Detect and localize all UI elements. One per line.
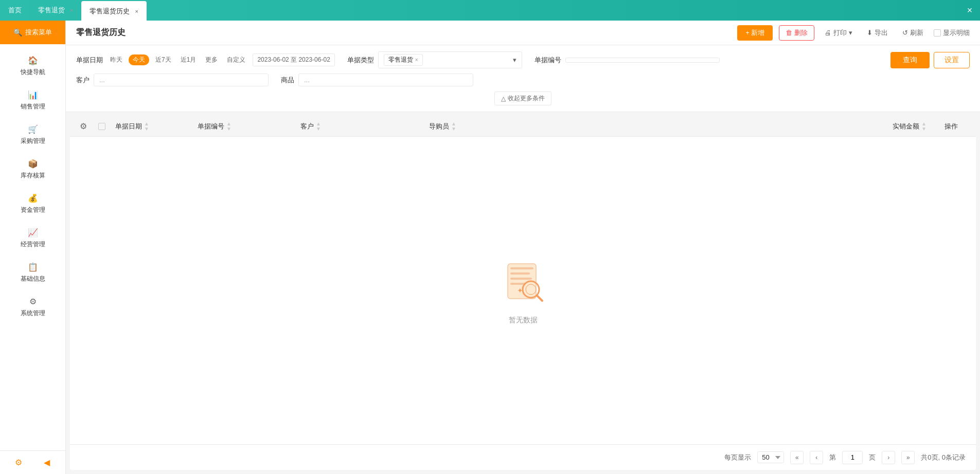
sidebar-item-quick-nav-label: 快捷导航 xyxy=(21,68,45,77)
pagination-summary: 共0页, 0条记录 xyxy=(921,453,966,462)
refresh-button[interactable]: ↺ 刷新 xyxy=(898,26,928,40)
filter-row-2: 客户 ... 商品 ... xyxy=(76,74,970,86)
system-mgmt-icon: ⚙ xyxy=(27,296,39,307)
col-guide[interactable]: 导购员 ▲▼ xyxy=(425,121,518,132)
query-button[interactable]: 查询 xyxy=(890,52,930,68)
quick-nav-icon: 🏠 xyxy=(27,54,39,66)
date-shortcut-yesterday[interactable]: 昨天 xyxy=(107,54,126,65)
tab-home[interactable]: 首页 xyxy=(0,0,30,21)
delete-button[interactable]: 🗑 删除 xyxy=(779,25,814,41)
export-button[interactable]: ⬇ 导出 xyxy=(863,26,892,40)
tab-retail-return-history[interactable]: 零售退货历史 × xyxy=(81,1,146,22)
voucher-type-select[interactable]: 零售退货 × ▾ xyxy=(378,51,522,68)
voucher-no-label: 单据编号 xyxy=(534,56,561,65)
voucher-type-label: 单据类型 xyxy=(347,56,374,65)
customer-placeholder: ... xyxy=(99,76,105,84)
col-no[interactable]: 单据编号 ▲▼ xyxy=(193,121,296,132)
sidebar-item-sales-mgmt[interactable]: 📊 销售管理 xyxy=(0,83,65,117)
voucher-type-selected: 零售退货 × xyxy=(384,54,510,66)
export-icon: ⬇ xyxy=(867,29,872,37)
select-all-checkbox[interactable] xyxy=(98,123,105,130)
sidebar-settings-icon[interactable]: ⚙ xyxy=(10,454,27,471)
col-date-label: 单据日期 xyxy=(115,122,142,131)
tab-retail-return-close[interactable]: × xyxy=(70,7,73,13)
voucher-type-tag: 零售退货 × xyxy=(384,54,423,66)
date-shortcut-custom[interactable]: 自定义 xyxy=(224,54,248,65)
sales-mgmt-icon: 📊 xyxy=(27,89,39,100)
page-prev-button[interactable]: ‹ xyxy=(810,451,823,464)
toolbar: + 新增 🗑 删除 🖨 打印 ▾ ⬇ 导出 ↺ 刷新 xyxy=(737,25,970,41)
filter-area: 单据日期 昨天 今天 近7天 近1月 更多 自定义 2023-06-02 至 2… xyxy=(66,45,980,112)
table-settings-icon[interactable]: ⚙ xyxy=(74,121,93,131)
window-close-button[interactable]: × xyxy=(959,0,980,21)
tab-home-label: 首页 xyxy=(8,6,22,15)
search-icon: 🔍 xyxy=(13,28,22,37)
goods-input[interactable]: ... xyxy=(298,74,473,86)
sidebar-item-inventory[interactable]: 📦 库存核算 xyxy=(0,152,65,186)
date-range-input[interactable]: 2023-06-02 至 2023-06-02 xyxy=(253,53,334,66)
col-guide-label: 导购员 xyxy=(429,122,449,131)
sidebar-item-system-mgmt[interactable]: ⚙ 系统管理 xyxy=(0,289,65,324)
print-label: 打印 xyxy=(833,28,847,38)
tab-retail-return-history-close[interactable]: × xyxy=(135,8,138,14)
page-size-select[interactable]: 10 20 50 100 xyxy=(757,451,784,463)
sidebar-search-label: 搜索菜单 xyxy=(25,28,52,37)
page-last-button[interactable]: » xyxy=(901,451,915,464)
col-date-sort[interactable]: ▲▼ xyxy=(144,121,149,132)
col-no-sort[interactable]: ▲▼ xyxy=(226,121,231,132)
customer-filter: 客户 ... xyxy=(76,74,269,86)
col-amount-sort[interactable]: ▲▼ xyxy=(921,121,926,132)
svg-rect-3 xyxy=(510,278,532,280)
sidebar-collapse-icon[interactable]: ◀ xyxy=(39,454,55,471)
empty-state: ✦ 暂无数据 xyxy=(70,137,976,444)
page-next-button[interactable]: › xyxy=(882,451,895,464)
col-action-label: 操作 xyxy=(945,122,958,131)
operations-icon: 📈 xyxy=(27,227,39,238)
customer-label: 客户 xyxy=(76,76,90,85)
col-customer-sort[interactable]: ▲▼ xyxy=(316,121,321,132)
col-action: 操作 xyxy=(931,122,972,131)
col-guide-sort[interactable]: ▲▼ xyxy=(451,121,456,132)
sidebar-search-button[interactable]: 🔍 搜索菜单 xyxy=(0,21,65,44)
col-amount[interactable]: 实销金额 ▲▼ xyxy=(518,121,931,132)
date-shortcut-today[interactable]: 今天 xyxy=(129,54,149,65)
sidebar-item-finance[interactable]: 💰 资金管理 xyxy=(0,186,65,221)
finance-icon: 💰 xyxy=(27,192,39,204)
sidebar-item-quick-nav[interactable]: 🏠 快捷导航 xyxy=(0,48,65,83)
col-date[interactable]: 单据日期 ▲▼ xyxy=(111,121,193,132)
date-shortcut-more[interactable]: 更多 xyxy=(202,54,221,65)
sidebar-item-operations[interactable]: 📈 经营管理 xyxy=(0,221,65,255)
settings-button[interactable]: 设置 xyxy=(934,52,970,68)
goods-filter: 商品 ... xyxy=(281,74,473,86)
table-select-all[interactable] xyxy=(93,123,111,130)
voucher-type-tag-close[interactable]: × xyxy=(415,57,418,63)
sidebar-item-sales-mgmt-label: 销售管理 xyxy=(21,102,45,111)
sidebar-item-basic-info[interactable]: 📋 基础信息 xyxy=(0,255,65,289)
empty-state-illustration: ✦ xyxy=(497,256,549,307)
table-area: ⚙ 单据日期 ▲▼ 单据编号 ▲▼ 客户 ▲▼ 导购员 xyxy=(70,116,976,470)
page-first-button[interactable]: « xyxy=(790,451,804,464)
show-detail-label: 显示明细 xyxy=(943,28,970,38)
date-shortcut-1month[interactable]: 近1月 xyxy=(177,54,200,65)
date-shortcut-7days[interactable]: 近7天 xyxy=(152,54,174,65)
tab-retail-return[interactable]: 零售退货 × xyxy=(30,0,81,21)
svg-rect-1 xyxy=(510,267,533,269)
show-detail-checkbox-box[interactable] xyxy=(934,29,941,37)
purchase-mgmt-icon: 🛒 xyxy=(27,123,39,135)
page-header: 零售退货历史 + 新增 🗑 删除 🖨 打印 ▾ ⬇ 导出 ↺ xyxy=(66,21,980,45)
collapse-button[interactable]: △ 收起更多条件 xyxy=(494,92,551,105)
sidebar-item-purchase-mgmt[interactable]: 🛒 采购管理 xyxy=(0,117,65,152)
voucher-no-input[interactable] xyxy=(565,58,720,63)
col-customer[interactable]: 客户 ▲▼ xyxy=(296,121,425,132)
main-layout: 🔍 搜索菜单 🏠 快捷导航 📊 销售管理 🛒 采购管理 📦 库存核算 💰 xyxy=(0,21,980,474)
filter-actions: 查询 设置 xyxy=(890,52,970,68)
sidebar-item-finance-label: 资金管理 xyxy=(21,206,45,214)
show-detail-checkbox[interactable]: 显示明细 xyxy=(934,28,970,38)
print-icon: 🖨 xyxy=(825,29,831,37)
page-number-input[interactable] xyxy=(842,451,863,464)
filter-row-1: 单据日期 昨天 今天 近7天 近1月 更多 自定义 2023-06-02 至 2… xyxy=(76,51,970,68)
print-button[interactable]: 🖨 打印 ▾ xyxy=(821,26,857,40)
page-word: 第 xyxy=(829,453,836,462)
add-button[interactable]: + 新增 xyxy=(737,25,773,41)
customer-input[interactable]: ... xyxy=(94,74,269,86)
